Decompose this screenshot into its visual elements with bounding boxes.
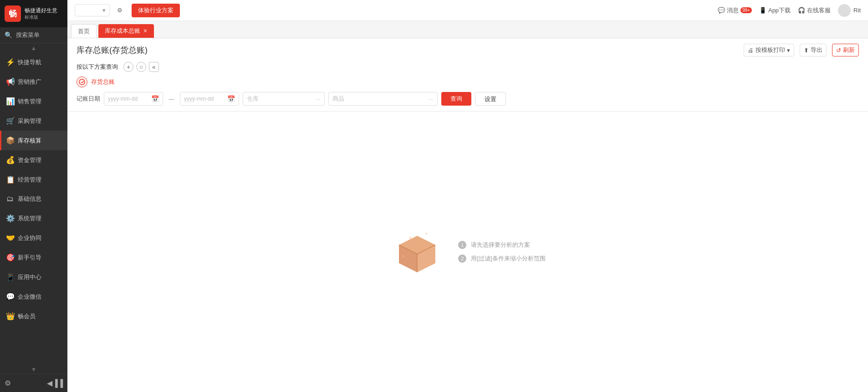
sidebar-item-finance[interactable]: 💰 资金管理 <box>0 150 67 170</box>
sidebar-footer: ⚙ ◀▐▐ <box>0 374 67 392</box>
page-content: 库存总账(存货总账) 🖨 按模板打印 ▾ ⬆ 导出 ↺ 刷新 <box>67 38 868 392</box>
query-button[interactable]: 查询 <box>441 92 471 106</box>
sidebar-item-purchase[interactable]: 🛒 采购管理 <box>0 111 67 131</box>
date-field-label: 记账日期 <box>77 95 100 103</box>
phone-icon: 📱 <box>759 7 766 14</box>
newbie-label: 新手引导 <box>18 254 41 262</box>
tabbar: 首页 库存成本总账 ✕ <box>67 21 868 38</box>
filter-label: 按以下方案查询 <box>77 63 118 71</box>
footer-audio-icon[interactable]: ◀▐▐ <box>47 379 63 387</box>
tab-home[interactable]: 首页 <box>71 24 97 38</box>
user-name: Rit <box>853 7 861 14</box>
settings-button[interactable]: 设置 <box>475 92 506 106</box>
print-button[interactable]: 🖨 按模板打印 ▾ <box>744 44 794 56</box>
tab-inventory-cost[interactable]: 库存成本总账 ✕ <box>98 24 154 38</box>
empty-illustration <box>390 224 444 279</box>
sidebar-item-quick-nav[interactable]: ⚡ 快捷导航 <box>0 52 67 72</box>
sidebar-scroll-up[interactable]: ▲ <box>0 43 67 52</box>
sidebar-item-newbie[interactable]: 🎯 新手引导 <box>0 248 67 267</box>
svg-point-8 <box>409 237 412 239</box>
app-center-icon: 📱 <box>6 273 14 281</box>
page-title: 库存总账(存货总账) <box>77 45 148 56</box>
topbar-right: 💬 消息 99+ 📱 App下载 🎧 在线客服 Rit <box>718 4 861 17</box>
empty-state: 1 请先选择要分析的方案 2 用[过滤]条件来缩小分析范围 <box>67 112 868 392</box>
topbar-left: ▾ ⚙ 体验行业方案 <box>75 4 718 17</box>
sidebar-item-members[interactable]: 👑 畅会员 <box>0 306 67 326</box>
date-end-input[interactable]: yyyy-mm-dd 📅 <box>180 92 239 106</box>
online-support-item[interactable]: 🎧 在线客服 <box>798 6 831 15</box>
sidebar-item-marketing[interactable]: 📢 营销推广 <box>0 72 67 92</box>
date-separator: — <box>168 96 174 102</box>
scheme-label: 存货总账 <box>91 78 115 86</box>
refresh-label: 刷新 <box>843 46 855 54</box>
refresh-button[interactable]: ↺ 刷新 <box>832 44 859 56</box>
finance-label: 资金管理 <box>18 156 41 164</box>
svg-point-9 <box>425 233 427 234</box>
tip-text-1: 请先选择要分析的方案 <box>471 241 530 249</box>
sidebar-item-operations[interactable]: 📋 经营管理 <box>0 170 67 189</box>
tab-home-label: 首页 <box>78 27 90 36</box>
product-placeholder: 商品 <box>332 95 344 103</box>
inventory-icon: 📦 <box>6 136 14 145</box>
online-support-label: 在线客服 <box>807 6 831 15</box>
footer-settings-icon[interactable]: ⚙ <box>5 379 11 387</box>
user-area[interactable]: Rit <box>838 4 861 17</box>
search-menu-label: 搜索菜单 <box>16 31 40 39</box>
product-select[interactable]: 商品 ··· <box>328 92 438 106</box>
corp-wechat-label: 企业微信 <box>18 293 41 301</box>
marketing-label: 营销推广 <box>18 78 41 86</box>
message-item[interactable]: 💬 消息 99+ <box>718 6 752 15</box>
date-start-input[interactable]: yyyy-mm-dd 📅 <box>104 92 163 106</box>
tip-num-1: 1 <box>458 241 466 249</box>
app-logo: 畅 畅捷通好生意 标准版 <box>0 0 67 27</box>
topbar-settings-icon[interactable]: ⚙ <box>113 4 126 17</box>
app-download-item[interactable]: 📱 App下载 <box>759 6 791 15</box>
filter-area: 按以下方案查询 + ○ « 存货总账 记账日期 <box>77 62 859 111</box>
app-version: 标准版 <box>25 14 57 20</box>
breadcrumb-text <box>79 6 101 14</box>
box-illustration <box>390 224 444 279</box>
sidebar-item-app-center[interactable]: 📱 应用中心 <box>0 267 67 287</box>
main-area: ▾ ⚙ 体验行业方案 💬 消息 99+ 📱 App下载 🎧 在线客服 Rit <box>67 0 868 392</box>
filter-top-row: 按以下方案查询 + ○ « <box>77 62 859 72</box>
basic-icon: 🗂 <box>6 195 14 203</box>
topbar: ▾ ⚙ 体验行业方案 💬 消息 99+ 📱 App下载 🎧 在线客服 Rit <box>67 0 868 21</box>
sidebar-item-inventory[interactable]: 📦 库存核算 <box>0 131 67 150</box>
search-menu-item[interactable]: 🔍 搜索菜单 <box>0 27 67 43</box>
warehouse-select[interactable]: 仓库 ··· <box>243 92 325 106</box>
operations-label: 经营管理 <box>18 176 41 184</box>
sidebar-item-sales[interactable]: 📊 销售管理 <box>0 92 67 111</box>
quick-nav-icon: ⚡ <box>6 58 14 66</box>
scheme-icon[interactable] <box>77 76 87 87</box>
corp-wechat-icon: 💬 <box>6 292 14 301</box>
topbar-breadcrumb[interactable]: ▾ <box>75 4 110 16</box>
filter-add-button[interactable]: + <box>123 62 133 72</box>
basic-label: 基础信息 <box>18 195 41 203</box>
headset-icon: 🎧 <box>798 7 805 14</box>
sidebar-scroll-down[interactable]: ▼ <box>0 365 67 374</box>
sidebar-item-enterprise[interactable]: 🤝 企业协同 <box>0 228 67 248</box>
scheme-row: 存货总账 <box>77 76 859 87</box>
filter-collapse-button[interactable]: « <box>149 62 159 72</box>
sidebar-item-system[interactable]: ⚙️ 系统管理 <box>0 209 67 228</box>
system-icon: ⚙️ <box>6 214 14 223</box>
refresh-icon: ↺ <box>836 47 841 54</box>
trial-button[interactable]: 体验行业方案 <box>132 4 180 17</box>
system-label: 系统管理 <box>18 214 41 223</box>
members-label: 畅会员 <box>18 312 36 321</box>
date-start-placeholder: yyyy-mm-dd <box>108 96 138 102</box>
filter-clear-button[interactable]: ○ <box>136 62 146 72</box>
empty-tip-1: 1 请先选择要分析的方案 <box>458 241 545 249</box>
tab-close-icon[interactable]: ✕ <box>143 28 148 34</box>
message-label: 消息 <box>727 6 739 15</box>
svg-point-10 <box>403 255 404 257</box>
sidebar-item-basic[interactable]: 🗂 基础信息 <box>0 189 67 209</box>
finance-icon: 💰 <box>6 156 14 164</box>
export-button[interactable]: ⬆ 导出 <box>800 44 827 56</box>
empty-inner: 1 请先选择要分析的方案 2 用[过滤]条件来缩小分析范围 <box>390 224 545 279</box>
app-center-label: 应用中心 <box>18 273 41 281</box>
sidebar-menu: ⚡ 快捷导航 📢 营销推广 📊 销售管理 🛒 采购管理 📦 库存核算 💰 资金管… <box>0 52 67 365</box>
sidebar-item-corp-wechat[interactable]: 💬 企业微信 <box>0 287 67 306</box>
logo-icon: 畅 <box>5 5 21 22</box>
tip-num-2: 2 <box>458 255 466 263</box>
